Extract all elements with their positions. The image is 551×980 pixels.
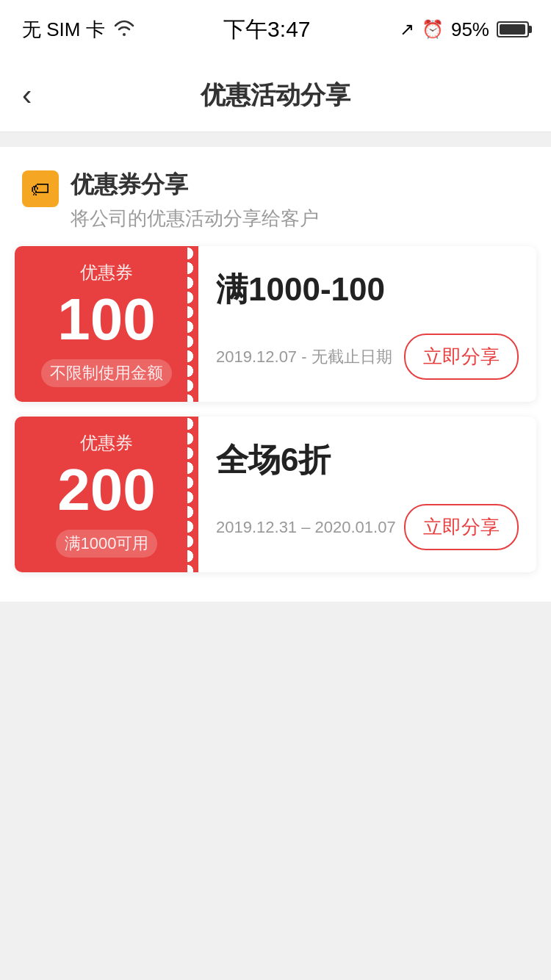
carrier-label: 无 SIM 卡 <box>22 17 105 43</box>
alarm-icon: ⏰ <box>422 19 444 40</box>
navigation-bar: ‹ 优惠活动分享 <box>0 59 551 132</box>
battery-percent: 95% <box>451 18 489 41</box>
empty-content-area <box>0 602 551 980</box>
coupon-type-2: 优惠券 <box>80 431 133 455</box>
coupon-value-2: 200 <box>57 461 155 519</box>
coupon-type-1: 优惠券 <box>80 261 133 284</box>
coupon-condition-2: 满1000可用 <box>56 530 158 558</box>
coupon-card-1: 优惠券 100 不限制使用金额 满1000-100 2019.12.07 - 无… <box>15 246 536 402</box>
coupon-left-2: 优惠券 200 满1000可用 <box>15 417 198 572</box>
coupon-date-2: 2019.12.31 – 2020.01.07 <box>216 518 404 537</box>
coupon-list: 优惠券 100 不限制使用金额 满1000-100 2019.12.07 - 无… <box>0 246 551 602</box>
coupon-bottom-1: 2019.12.07 - 无截止日期 立即分享 <box>216 334 519 380</box>
section-header: 🏷 优惠券分享 将公司的优惠活动分享给客户 <box>0 147 551 246</box>
status-right: ↗ ⏰ 95% <box>400 18 529 41</box>
battery-icon <box>497 21 529 37</box>
page-title: 优惠活动分享 <box>201 79 350 112</box>
top-divider <box>0 132 551 147</box>
status-left: 无 SIM 卡 <box>22 17 134 43</box>
coupon-date-1: 2019.12.07 - 无截止日期 <box>216 346 404 368</box>
back-chevron-icon: ‹ <box>22 79 32 112</box>
section-title: 优惠券分享 <box>71 169 319 201</box>
coupon-condition-1: 不限制使用金额 <box>41 359 172 387</box>
wifi-icon <box>114 18 134 41</box>
coupon-title-1: 满1000-100 <box>216 268 519 311</box>
share-button-1[interactable]: 立即分享 <box>404 334 519 380</box>
section-subtitle: 将公司的优惠活动分享给客户 <box>71 206 319 231</box>
coupon-title-2: 全场6折 <box>216 439 519 482</box>
status-bar: 无 SIM 卡 下午3:47 ↗ ⏰ 95% <box>0 0 551 59</box>
coupon-icon-glyph: 🏷 <box>31 178 50 201</box>
status-time: 下午3:47 <box>223 15 310 45</box>
back-button[interactable]: ‹ <box>22 79 32 112</box>
coupon-value-1: 100 <box>57 290 155 349</box>
coupon-right-2: 全场6折 2019.12.31 – 2020.01.07 立即分享 <box>198 417 536 572</box>
section-text: 优惠券分享 将公司的优惠活动分享给客户 <box>71 169 319 231</box>
coupon-left-1: 优惠券 100 不限制使用金额 <box>15 246 198 402</box>
coupon-right-1: 满1000-100 2019.12.07 - 无截止日期 立即分享 <box>198 246 536 402</box>
location-icon: ↗ <box>400 19 414 40</box>
coupon-share-icon: 🏷 <box>22 170 59 207</box>
coupon-card-2: 优惠券 200 满1000可用 全场6折 2019.12.31 – 2020.0… <box>15 417 536 572</box>
share-button-2[interactable]: 立即分享 <box>404 504 519 550</box>
coupon-bottom-2: 2019.12.31 – 2020.01.07 立即分享 <box>216 504 519 550</box>
